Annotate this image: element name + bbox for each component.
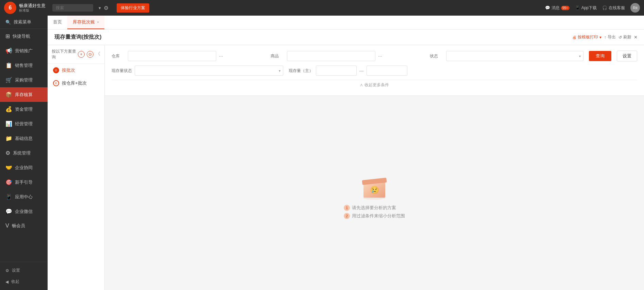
page-body: 按以下方案查询 + ⊙ 《 ⊙ 按批次 ⊙ 按仓库+批次: [48, 45, 644, 290]
sidebar-item-wechat[interactable]: 💬 企业微信: [0, 204, 48, 219]
sidebar-item-operations[interactable]: 📊 经营管理: [0, 116, 48, 131]
online-service-btn[interactable]: 🎧 在线客服: [602, 5, 625, 11]
topbar-search-input[interactable]: [52, 4, 93, 12]
member-icon: V: [5, 223, 9, 229]
sidebar-item-basics[interactable]: 📁 基础信息: [0, 131, 48, 146]
marketing-icon: 📢: [5, 48, 12, 54]
close-panel-btn[interactable]: ×: [634, 34, 637, 40]
message-icon: 💬: [545, 5, 550, 10]
apps-icon: 📱: [5, 194, 12, 200]
sidebar-settings-btn[interactable]: ⚙ 设置: [0, 265, 48, 276]
newbie-icon: 🎯: [5, 179, 12, 185]
scheme-header-left: 按以下方案查询: [52, 49, 78, 60]
collapse-icon: ◀: [5, 279, 9, 284]
sidebar-item-inventory[interactable]: 📦 库存核算: [0, 87, 48, 102]
print-icon: 🖨: [572, 35, 576, 40]
purchase-icon: 🛒: [5, 77, 12, 83]
sidebar-item-finance[interactable]: 💰 资金管理: [0, 102, 48, 116]
warehouse-input[interactable]: [128, 51, 216, 61]
empty-illustration: 😢 1 请先选择要分析的方案: [344, 167, 405, 219]
experience-btn[interactable]: 体验行业方案: [117, 3, 149, 13]
scheme-collapse-btn[interactable]: 《: [96, 51, 100, 58]
stock-main-max[interactable]: [367, 66, 407, 76]
hint-num-1: 1: [344, 205, 350, 211]
scheme-item-warehouse-batch[interactable]: ⊙ 按仓库+批次: [48, 77, 104, 90]
sidebar-item-apps[interactable]: 📱 应用中心: [0, 189, 48, 204]
status-select[interactable]: [446, 51, 583, 61]
content-area: 首页 库存批次账 × 现存量查询(按批次) 🖨 按模板打印 ▾ ↑ 导出: [48, 16, 644, 290]
page-title: 现存量查询(按批次): [54, 34, 102, 41]
nav-icon: ⊞: [5, 33, 10, 39]
filter-group-status: 状态 ▾: [430, 51, 583, 61]
print-dropdown-icon[interactable]: ▾: [599, 35, 601, 40]
stock-main-dash: —: [359, 68, 364, 73]
page-header: 现存量查询(按批次) 🖨 按模板打印 ▾ ↑ 导出 ↺ 刷新 ×: [48, 30, 644, 45]
filter-area: 仓库 ··· 商品 ··· 状态: [105, 45, 644, 96]
goods-dots-btn[interactable]: ···: [378, 53, 382, 59]
filter-row-2: 现存量状态 ▾ 现存量（主） —: [112, 66, 637, 76]
scheme-item-wh-icon: ⊙: [53, 80, 59, 86]
hint-num-2: 2: [344, 213, 350, 219]
tab-inventory-batch[interactable]: 库存批次账 ×: [67, 16, 104, 29]
tab-close-btn[interactable]: ×: [97, 20, 99, 24]
sidebar-search[interactable]: 🔍 搜索菜单: [0, 16, 48, 29]
topbar-dropdown-icon[interactable]: ▾: [99, 5, 101, 11]
scheme-panel: 按以下方案查询 + ⊙ 《 ⊙ 按批次 ⊙ 按仓库+批次: [48, 45, 105, 290]
wechat-icon: 💬: [5, 208, 12, 215]
filter-group-warehouse: 仓库 ···: [112, 51, 265, 61]
sidebar: 🔍 搜索菜单 ⊞ 快捷导航 📢 营销推广 📋 销售管理 🛒 采购管理 📦 库存核…: [0, 16, 48, 290]
sidebar-item-system[interactable]: ⚙ 系统管理: [0, 146, 48, 160]
app-download-btn[interactable]: 📱 App下载: [575, 5, 597, 11]
filter-row-1: 仓库 ··· 商品 ··· 状态: [112, 51, 637, 61]
scheme-actions: + ⊙ 《: [78, 51, 100, 58]
empty-box-svg: 😢: [357, 167, 391, 201]
svg-text:😢: 😢: [370, 185, 379, 195]
app-brand: 畅康通好生意 标准版: [19, 3, 46, 13]
goods-input[interactable]: [287, 51, 375, 61]
scheme-add-btn[interactable]: +: [78, 51, 85, 58]
sidebar-item-collab[interactable]: 🤝 企业协同: [0, 160, 48, 175]
filter-group-stock-main: 现存量（主） —: [289, 66, 460, 76]
sidebar-item-newbie[interactable]: 🎯 新手引导: [0, 175, 48, 189]
scheme-item-batch-icon: ⊙: [53, 67, 59, 73]
filter-group-stock-status: 现存量状态 ▾: [112, 66, 283, 76]
sidebar-bottom: ⚙ 设置 ◀ 收起: [0, 262, 48, 290]
stock-main-label: 现存量（主）: [289, 68, 313, 74]
stock-status-select[interactable]: [135, 66, 283, 76]
print-btn[interactable]: 🖨 按模板打印 ▾: [572, 34, 601, 40]
tab-home[interactable]: 首页: [48, 16, 67, 29]
status-select-wrapper: ▾: [446, 51, 583, 61]
export-icon: ↑: [604, 35, 606, 40]
operations-icon: 📊: [5, 121, 12, 127]
sidebar-item-quick-nav[interactable]: ⊞ 快捷导航: [0, 29, 48, 43]
hint-item-2: 2 用过滤条件来缩小分析范围: [344, 213, 405, 219]
topbar-actions: 💬 消息 99+ 📱 App下载 🎧 在线客服 Rit: [545, 3, 640, 13]
refresh-btn[interactable]: ↺ 刷新: [618, 34, 631, 40]
scheme-settings-btn[interactable]: ⊙: [87, 51, 94, 58]
sidebar-item-member[interactable]: V 畅会员: [0, 219, 48, 233]
message-btn[interactable]: 💬 消息 99+: [545, 5, 570, 11]
phone-icon: 📱: [575, 5, 580, 10]
sidebar-item-purchase[interactable]: 🛒 采购管理: [0, 73, 48, 87]
warehouse-dots-btn[interactable]: ···: [219, 53, 223, 59]
app-logo: 6: [4, 2, 16, 14]
settings-icon: ⚙: [5, 268, 9, 273]
results-area: 😢 1 请先选择要分析的方案: [105, 96, 644, 290]
warehouse-label: 仓库: [112, 53, 125, 59]
scheme-item-batch[interactable]: ⊙ 按批次: [48, 64, 104, 77]
filter-results-panel: 仓库 ··· 商品 ··· 状态: [105, 45, 644, 290]
headset-icon: 🎧: [602, 5, 607, 10]
export-btn[interactable]: ↑ 导出: [604, 34, 616, 40]
filter-settings-btn[interactable]: 设置: [617, 51, 637, 61]
sidebar-collapse-btn[interactable]: ◀ 收起: [0, 276, 48, 287]
query-btn[interactable]: 查询: [589, 51, 611, 61]
stock-main-min[interactable]: [316, 66, 357, 76]
collapse-more-btn[interactable]: ∧ 收起更多条件: [112, 80, 637, 90]
sidebar-item-marketing[interactable]: 📢 营销推广: [0, 43, 48, 58]
topbar-gear-button[interactable]: ⚙: [104, 5, 108, 11]
search-icon: 🔍: [5, 20, 11, 25]
basics-icon: 📁: [5, 135, 12, 142]
user-avatar[interactable]: Rit: [630, 3, 640, 13]
sales-icon: 📋: [5, 62, 12, 69]
sidebar-item-sales[interactable]: 📋 销售管理: [0, 58, 48, 73]
